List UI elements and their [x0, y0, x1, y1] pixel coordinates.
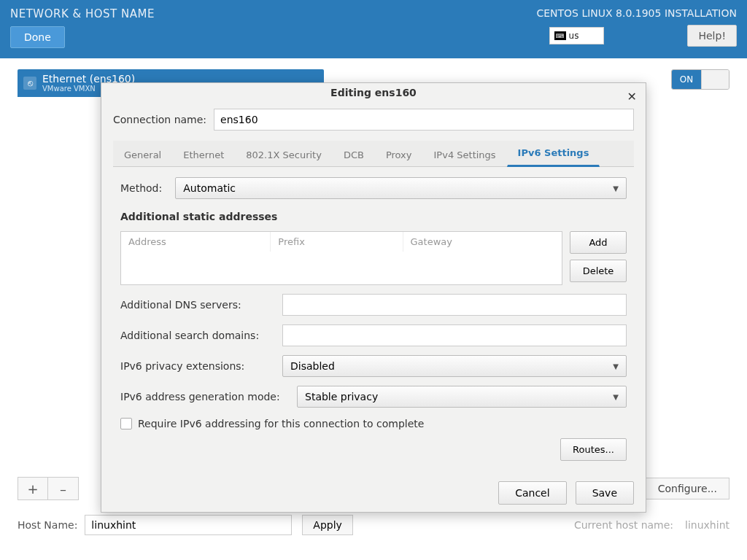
- col-prefix: Prefix: [271, 232, 403, 252]
- col-address: Address: [121, 232, 271, 252]
- ethernet-icon: ⎋: [23, 77, 36, 90]
- hostname-label: Host Name:: [18, 519, 77, 531]
- method-select[interactable]: Automatic ▼: [175, 177, 627, 199]
- tab-dcb[interactable]: DCB: [333, 142, 375, 167]
- toggle-on-label: ON: [672, 70, 701, 89]
- chevron-down-icon: ▼: [613, 184, 619, 192]
- chevron-down-icon: ▼: [613, 362, 619, 370]
- addresses-section-title: Additional static addresses: [120, 211, 627, 222]
- configure-button[interactable]: Configure...: [646, 478, 729, 499]
- edit-connection-dialog: Editing ens160 ✕ Connection name: Genera…: [101, 82, 646, 513]
- privacy-extensions-label: IPv6 privacy extensions:: [120, 360, 274, 372]
- done-button[interactable]: Done: [10, 26, 65, 48]
- hostname-row: Host Name: Apply Current host name: linu…: [18, 515, 729, 535]
- dns-servers-label: Additional DNS servers:: [120, 299, 274, 311]
- add-address-button[interactable]: Add: [570, 231, 627, 254]
- current-hostname-label: Current host name:: [574, 519, 673, 531]
- tab-8021x-security[interactable]: 802.1X Security: [235, 142, 333, 167]
- tab-ipv6-settings[interactable]: IPv6 Settings: [507, 140, 600, 167]
- add-connection-button[interactable]: +: [18, 477, 48, 500]
- require-ipv6-label: Require IPv6 addressing for this connect…: [138, 418, 424, 429]
- addresses-table-header: Address Prefix Gateway: [121, 232, 562, 252]
- dialog-footer: Cancel Save: [101, 474, 646, 512]
- remove-connection-button[interactable]: –: [48, 477, 79, 500]
- dialog-tabs: General Ethernet 802.1X Security DCB Pro…: [113, 141, 634, 167]
- toggle-knob: [701, 70, 729, 89]
- install-label: CENTOS LINUX 8.0.1905 INSTALLATION: [536, 7, 737, 19]
- save-button[interactable]: Save: [576, 481, 634, 505]
- tab-ethernet[interactable]: Ethernet: [172, 142, 235, 167]
- addresses-table[interactable]: Address Prefix Gateway: [120, 231, 562, 285]
- address-gen-mode-value: Stable privacy: [305, 391, 378, 402]
- dialog-body: Connection name: General Ethernet 802.1X…: [101, 101, 646, 474]
- address-gen-mode-label: IPv6 address generation mode:: [120, 391, 288, 402]
- topbar-right: CENTOS LINUX 8.0.1905 INSTALLATION ⌨ us …: [536, 7, 737, 47]
- method-label: Method:: [120, 182, 166, 194]
- close-button[interactable]: ✕: [627, 90, 637, 104]
- require-ipv6-checkbox[interactable]: [120, 418, 132, 429]
- current-hostname-value: linuxhint: [685, 519, 729, 531]
- connection-name-label: Connection name:: [113, 114, 206, 125]
- search-domains-label: Additional search domains:: [120, 330, 274, 341]
- topbar-left: NETWORK & HOST NAME Done: [10, 7, 155, 48]
- hostname-input[interactable]: [85, 515, 292, 535]
- delete-address-button[interactable]: Delete: [570, 260, 627, 282]
- privacy-extensions-select[interactable]: Disabled ▼: [282, 355, 627, 377]
- apply-button[interactable]: Apply: [302, 515, 353, 535]
- dialog-title: Editing ens160: [330, 87, 417, 98]
- connection-toggle-wrap: ON: [671, 69, 729, 90]
- dialog-titlebar: Editing ens160 ✕: [101, 83, 646, 101]
- method-value: Automatic: [183, 182, 236, 194]
- connection-name-input[interactable]: [214, 109, 634, 131]
- dns-servers-input[interactable]: [282, 294, 627, 316]
- keyboard-icon: ⌨: [554, 31, 566, 40]
- connection-toggle[interactable]: ON: [671, 69, 729, 90]
- privacy-extensions-value: Disabled: [290, 360, 335, 372]
- keyboard-layout: us: [569, 31, 579, 41]
- cancel-button[interactable]: Cancel: [498, 481, 566, 505]
- routes-button[interactable]: Routes...: [560, 438, 627, 461]
- chevron-down-icon: ▼: [613, 393, 619, 401]
- col-gateway: Gateway: [403, 232, 562, 252]
- search-domains-input[interactable]: [282, 324, 627, 346]
- address-gen-mode-select[interactable]: Stable privacy ▼: [297, 386, 627, 408]
- tab-ipv4-settings[interactable]: IPv4 Settings: [423, 142, 507, 167]
- tab-content-ipv6: Method: Automatic ▼ Additional static ad…: [113, 167, 634, 465]
- help-button[interactable]: Help!: [687, 25, 737, 47]
- page-title: NETWORK & HOST NAME: [10, 7, 155, 20]
- tab-general[interactable]: General: [113, 142, 172, 167]
- topbar: NETWORK & HOST NAME Done CENTOS LINUX 8.…: [0, 0, 747, 58]
- tab-proxy[interactable]: Proxy: [375, 142, 423, 167]
- keyboard-indicator[interactable]: ⌨ us: [549, 27, 605, 44]
